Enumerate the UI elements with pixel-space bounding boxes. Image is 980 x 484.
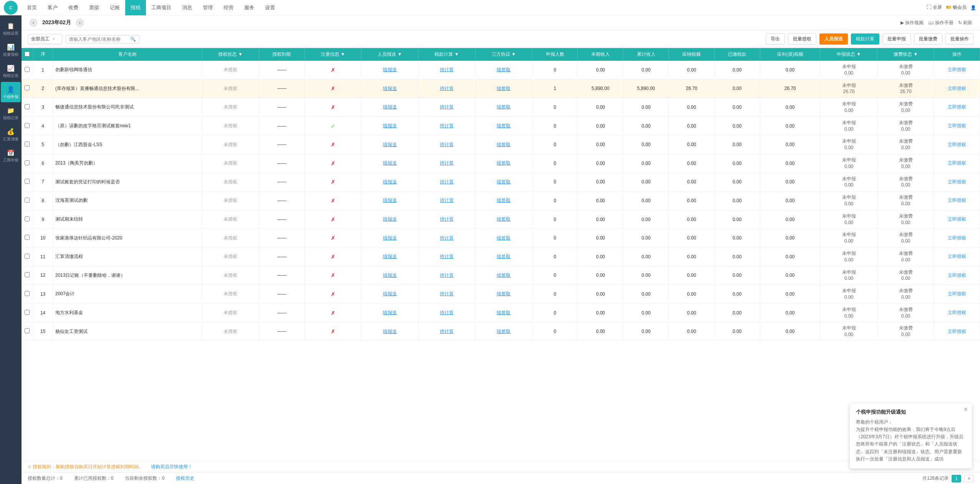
sidebar-item-annual-settlement[interactable]: 💰 汇算清缴 (1, 124, 21, 145)
tri-party-link[interactable]: 续签取 (497, 235, 511, 241)
report-link[interactable]: 续报送 (383, 291, 397, 296)
action-link[interactable]: 立即授权 (948, 123, 966, 128)
tax-calc-link[interactable]: 待计算 (440, 198, 454, 203)
tri-party-link[interactable]: 续签取 (497, 67, 511, 72)
sidebar-item-tax-records[interactable]: 📁 报税记录 (1, 103, 21, 123)
notif-close-btn[interactable]: ✕ (963, 406, 968, 412)
report-link[interactable]: 续报送 (383, 310, 397, 315)
report-link[interactable]: 续报送 (383, 254, 397, 259)
row-checkbox[interactable] (25, 254, 30, 259)
tax-calc-link[interactable]: 待计算 (440, 179, 454, 185)
nav-accounting[interactable]: 记账 (104, 0, 125, 15)
row-checkbox[interactable] (25, 123, 30, 128)
action-link[interactable]: 立即授权 (948, 254, 966, 259)
action-link[interactable]: 立即授权 (948, 216, 966, 222)
batch-pay-btn[interactable]: 批量缴费 (914, 33, 942, 45)
sidebar-item-tax-settings[interactable]: 📋 报税设置 (1, 18, 21, 39)
tri-party-link[interactable]: 续签取 (497, 329, 511, 334)
period-prev-btn[interactable]: ‹ (29, 18, 38, 27)
row-checkbox[interactable] (25, 67, 30, 72)
tri-party-link[interactable]: 续签取 (497, 160, 511, 166)
row-checkbox[interactable] (25, 328, 30, 333)
batch-declare-btn[interactable]: 批量申报 (882, 33, 911, 45)
page-1-btn[interactable]: 1 (952, 475, 961, 482)
action-link[interactable]: 立即授权 (948, 329, 966, 334)
tax-calc-link[interactable]: 待计算 (440, 254, 454, 259)
tri-party-link[interactable]: 续签取 (497, 254, 511, 259)
employee-filter[interactable]: 全部员工 ▼ (28, 34, 62, 44)
th-pay-status[interactable]: 缴费状态 ▼ (877, 48, 934, 61)
row-checkbox[interactable] (25, 291, 30, 296)
row-checkbox[interactable] (25, 198, 30, 203)
tri-party-link[interactable]: 续签取 (497, 142, 511, 147)
select-all-checkbox[interactable] (25, 52, 30, 57)
nav-invoice[interactable]: 票据 (84, 0, 104, 15)
tri-party-link[interactable]: 续签取 (497, 86, 511, 91)
tri-party-link[interactable]: 续签取 (497, 198, 511, 203)
sidebar-item-batch-tax[interactable]: 📊 批量报税 (1, 40, 21, 60)
tax-calc-link[interactable]: 待计算 (440, 291, 454, 296)
row-checkbox[interactable] (25, 310, 30, 315)
action-link[interactable]: 立即授权 (948, 198, 966, 203)
tax-calc-btn[interactable]: 税款计算 (851, 33, 879, 45)
report-link[interactable]: 续报送 (383, 179, 397, 185)
tax-calc-link[interactable]: 待计算 (440, 142, 454, 147)
tri-party-link[interactable]: 续签取 (497, 310, 511, 315)
action-link[interactable]: 立即授权 (948, 142, 966, 147)
action-link[interactable]: 立即授权 (948, 179, 966, 185)
nav-tax[interactable]: 报税 (125, 0, 146, 15)
tri-party-link[interactable]: 续签取 (497, 123, 511, 128)
nav-client[interactable]: 客户 (42, 0, 63, 15)
nav-message[interactable]: 消息 (177, 0, 197, 15)
th-auth-status[interactable]: 授权状态 ▼ (202, 48, 259, 61)
nav-settings[interactable]: 设置 (260, 0, 280, 15)
action-link[interactable]: 立即授权 (948, 273, 966, 278)
export-btn[interactable]: 导出 (766, 33, 785, 45)
row-checkbox[interactable] (25, 160, 30, 165)
nav-manage[interactable]: 管理 (197, 0, 218, 15)
refresh-btn[interactable]: ↻ 刷新 (958, 20, 972, 26)
batch-ops-btn[interactable]: 批量操作 (945, 33, 974, 45)
tax-calc-link[interactable]: 待计算 (440, 104, 454, 110)
nav-service[interactable]: 服务 (239, 0, 260, 15)
tax-calc-link[interactable]: 待计算 (440, 235, 454, 241)
sidebar-item-personal-tax[interactable]: 👤 个税申报 (1, 82, 21, 102)
tax-calc-link[interactable]: 待计算 (440, 273, 454, 278)
report-link[interactable]: 续报送 (383, 142, 397, 147)
period-next-btn[interactable]: › (76, 18, 84, 27)
tri-party-link[interactable]: 续签取 (497, 216, 511, 222)
batch-auth-btn[interactable]: 批量授权 (788, 33, 816, 45)
tax-calc-link[interactable]: 待计算 (440, 67, 454, 72)
row-checkbox[interactable] (25, 272, 30, 277)
fullscreen-btn[interactable]: ⛶ 全屏 (927, 4, 942, 11)
sidebar-item-tax-overview[interactable]: 📈 报税总览 (1, 61, 21, 81)
action-link[interactable]: 立即授权 (948, 104, 966, 110)
report-link[interactable]: 续报送 (383, 273, 397, 278)
tax-calc-link[interactable]: 待计算 (440, 123, 454, 128)
nav-operation[interactable]: 经营 (218, 0, 239, 15)
personal-report-btn[interactable]: 人员报送 (819, 33, 848, 45)
row-checkbox[interactable] (25, 216, 30, 221)
row-checkbox[interactable] (25, 179, 30, 184)
report-link[interactable]: 续报送 (383, 198, 397, 203)
report-link[interactable]: 续报送 (383, 329, 397, 334)
row-checkbox[interactable] (25, 85, 30, 90)
tri-party-link[interactable]: 续签取 (497, 273, 511, 278)
action-link[interactable]: 立即授权 (948, 235, 966, 241)
auth-link[interactable]: 请购买后尽快使用！ (151, 464, 192, 470)
tax-calc-link[interactable]: 待计算 (440, 310, 454, 315)
report-link[interactable]: 续报送 (383, 235, 397, 241)
tri-party-link[interactable]: 续签取 (497, 291, 511, 296)
report-link[interactable]: 续报送 (383, 104, 397, 110)
tax-calc-link[interactable]: 待计算 (440, 160, 454, 166)
action-link[interactable]: 立即授权 (948, 310, 966, 315)
tri-party-link[interactable]: 续签取 (497, 104, 511, 110)
member-btn[interactable]: 🎫 畅会员 (946, 4, 967, 11)
action-link[interactable]: 立即授权 (948, 67, 966, 72)
th-declare-status[interactable]: 申报状态 ▼ (821, 48, 877, 61)
report-link[interactable]: 续报送 (383, 123, 397, 128)
row-checkbox[interactable] (25, 104, 30, 109)
action-link[interactable]: 立即授权 (948, 86, 966, 91)
tax-calc-link[interactable]: 待计算 (440, 329, 454, 334)
action-link[interactable]: 立即授权 (948, 160, 966, 166)
